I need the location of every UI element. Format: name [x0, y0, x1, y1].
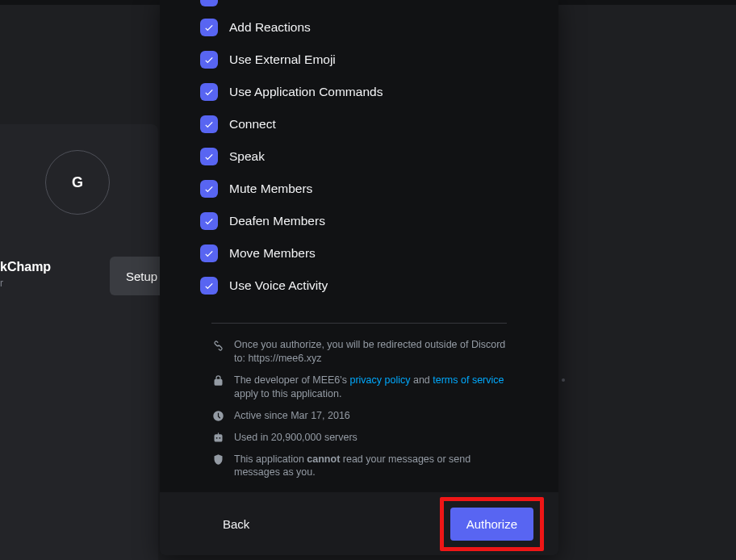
- info-text: This application cannot read your messag…: [234, 453, 507, 480]
- info-text: Used in 20,900,000 servers: [234, 431, 358, 445]
- info-cannot-read: This application cannot read your messag…: [211, 453, 507, 480]
- clock-icon: [211, 410, 224, 423]
- permission-label: Move Members: [229, 246, 316, 261]
- info-cannot-prefix: This application: [234, 453, 307, 465]
- permission-label: Use Voice Activity: [229, 278, 328, 293]
- check-icon: [203, 22, 215, 33]
- oauth-authorize-modal: Add Reactions Use External Emoji Use App…: [160, 0, 558, 555]
- shield-icon: [211, 453, 224, 466]
- link-icon: [211, 339, 224, 352]
- server-avatar: G: [45, 150, 110, 215]
- permission-checkbox[interactable]: [200, 180, 218, 198]
- info-redirect: Once you authorize, you will be redirect…: [211, 338, 507, 366]
- robot-icon: [211, 432, 224, 445]
- permission-item[interactable]: Use Application Commands: [200, 76, 518, 108]
- setup-button-label: Setup: [126, 270, 157, 283]
- permission-label: Mute Members: [229, 182, 312, 196]
- permission-item[interactable]: Connect: [200, 108, 518, 140]
- permission-item[interactable]: [200, 0, 518, 6]
- info-text: The developer of MEE6's privacy policy a…: [234, 374, 507, 401]
- info-and: and: [410, 374, 433, 386]
- info-active-since: Active since Mar 17, 2016: [211, 409, 507, 423]
- permission-checkbox[interactable]: [200, 115, 218, 133]
- permission-checkbox[interactable]: [200, 83, 218, 101]
- permission-item[interactable]: Speak: [200, 140, 518, 173]
- lock-icon: [211, 374, 224, 387]
- info-policy: The developer of MEE6's privacy policy a…: [211, 374, 507, 401]
- permission-item[interactable]: Deafen Members: [200, 205, 518, 237]
- permission-checkbox[interactable]: [200, 19, 218, 36]
- info-policy-prefix: The developer of MEE6's: [234, 374, 349, 386]
- permission-item[interactable]: Add Reactions: [200, 11, 518, 44]
- avatar-letter: G: [72, 174, 83, 191]
- permission-label: Add Reactions: [229, 20, 311, 35]
- permission-checkbox[interactable]: [200, 0, 218, 6]
- info-text: Active since Mar 17, 2016: [234, 409, 350, 423]
- back-button[interactable]: Back: [178, 511, 267, 537]
- permission-checkbox[interactable]: [200, 51, 218, 69]
- info-text: Once you authorize, you will be redirect…: [234, 338, 507, 366]
- check-icon: [203, 215, 215, 227]
- permission-item[interactable]: Move Members: [200, 237, 518, 270]
- info-list: Once you authorize, you will be redirect…: [173, 324, 546, 479]
- permission-label: Speak: [229, 149, 265, 164]
- check-icon: [203, 54, 215, 65]
- permissions-list: Add Reactions Use External Emoji Use App…: [173, 0, 546, 302]
- info-policy-suffix: apply to this application.: [234, 388, 341, 399]
- right-panel-bg: [565, 5, 736, 560]
- permission-label: Connect: [229, 117, 276, 132]
- info-redirect-url: https://mee6.xyz: [248, 353, 321, 364]
- check-icon: [203, 183, 215, 194]
- info-used-in: Used in 20,900,000 servers: [211, 431, 507, 445]
- permission-label: Use External Emoji: [229, 52, 336, 67]
- authorize-highlight: Authorize: [440, 497, 544, 551]
- authorize-button[interactable]: Authorize: [450, 508, 533, 541]
- permission-label: Deafen Members: [229, 214, 325, 228]
- permission-item[interactable]: Use External Emoji: [200, 44, 518, 76]
- permission-checkbox[interactable]: [200, 212, 218, 230]
- check-icon: [203, 119, 215, 130]
- permission-checkbox[interactable]: [200, 244, 218, 262]
- check-icon: [203, 248, 215, 259]
- permission-item[interactable]: Use Voice Activity: [200, 270, 518, 302]
- permission-label: Use Application Commands: [229, 85, 383, 99]
- privacy-policy-link[interactable]: privacy policy: [349, 374, 410, 386]
- permission-checkbox[interactable]: [200, 148, 218, 165]
- modal-footer: Back Authorize: [160, 492, 558, 555]
- check-icon: [203, 280, 215, 291]
- permission-item[interactable]: Mute Members: [200, 173, 518, 205]
- terms-of-service-link[interactable]: terms of service: [433, 374, 504, 386]
- check-icon: [203, 86, 215, 98]
- permission-checkbox[interactable]: [200, 277, 218, 295]
- info-cannot-bold: cannot: [307, 453, 340, 465]
- check-icon: [203, 151, 215, 162]
- modal-body: Add Reactions Use External Emoji Use App…: [160, 0, 558, 492]
